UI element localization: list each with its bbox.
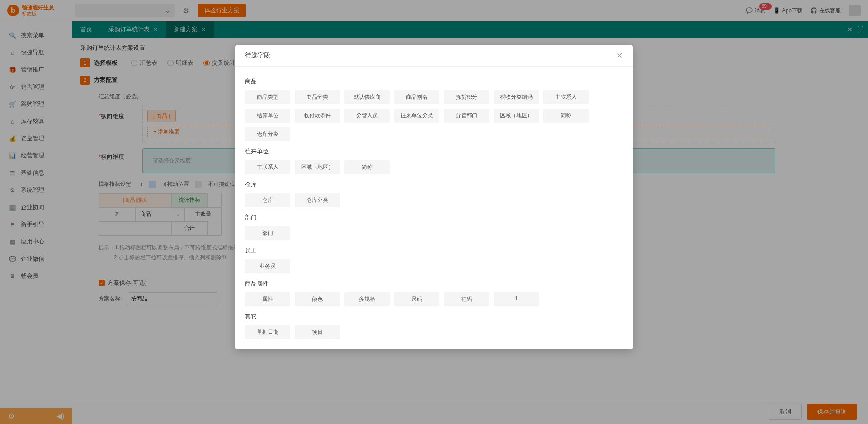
field-group-0: 商品商品类型商品分类默认供应商商品别名拣货积分税收分类编码主联系人结算单位收付款… — [245, 77, 623, 141]
field-group-2: 仓库仓库仓库分类 — [245, 181, 623, 207]
field-group-6: 其它单据日期项目 — [245, 313, 623, 339]
field-group-3: 部门部门 — [245, 214, 623, 240]
field-chip[interactable]: 商品分类 — [295, 90, 340, 104]
field-chip[interactable]: 税收分类编码 — [494, 90, 539, 104]
field-chip[interactable]: 商品类型 — [245, 90, 290, 104]
field-chip[interactable]: 区域（地区） — [494, 109, 539, 123]
close-icon[interactable]: ✕ — [616, 52, 623, 60]
field-chip[interactable]: 分管部门 — [444, 109, 489, 123]
field-chip[interactable]: 商品别名 — [394, 90, 439, 104]
field-chip[interactable]: 默认供应商 — [344, 90, 390, 104]
field-chip[interactable]: 主联系人 — [543, 90, 589, 104]
field-group-4: 员工业务员 — [245, 247, 623, 273]
field-chip[interactable]: 1 — [494, 292, 539, 306]
field-group-items: 单据日期项目 — [245, 325, 623, 339]
field-chip[interactable]: 简称 — [543, 109, 589, 123]
field-group-1: 往来单位主联系人区域（地区）简称 — [245, 148, 623, 174]
field-chip[interactable]: 仓库分类 — [295, 193, 340, 207]
field-group-title: 部门 — [245, 214, 623, 222]
field-chip[interactable]: 鞋码 — [444, 292, 489, 306]
field-group-items: 业务员 — [245, 259, 623, 273]
field-group-title: 商品属性 — [245, 280, 623, 288]
field-chip[interactable]: 颜色 — [295, 292, 340, 306]
field-chip[interactable]: 简称 — [344, 160, 390, 174]
field-chip[interactable]: 收付款条件 — [295, 109, 340, 123]
field-group-items: 部门 — [245, 226, 623, 240]
field-group-title: 其它 — [245, 313, 623, 321]
field-chip[interactable]: 项目 — [295, 325, 340, 339]
field-group-items: 主联系人区域（地区）简称 — [245, 160, 623, 174]
field-chip[interactable]: 单据日期 — [245, 325, 290, 339]
field-chip[interactable]: 拣货积分 — [444, 90, 489, 104]
field-chip[interactable]: 部门 — [245, 226, 290, 240]
field-chip[interactable]: 多规格 — [344, 292, 390, 306]
field-group-title: 仓库 — [245, 181, 623, 189]
field-chip[interactable]: 属性 — [245, 292, 290, 306]
modal-title: 待选字段 — [245, 52, 270, 60]
field-chip[interactable]: 业务员 — [245, 259, 290, 273]
field-group-title: 员工 — [245, 247, 623, 255]
field-group-items: 商品类型商品分类默认供应商商品别名拣货积分税收分类编码主联系人结算单位收付款条件… — [245, 90, 623, 141]
field-chip[interactable]: 仓库 — [245, 193, 290, 207]
field-chip[interactable]: 区域（地区） — [295, 160, 340, 174]
field-group-items: 仓库仓库分类 — [245, 193, 623, 207]
field-chip[interactable]: 分管人员 — [344, 109, 390, 123]
field-chip[interactable]: 结算单位 — [245, 109, 290, 123]
field-chip[interactable]: 主联系人 — [245, 160, 290, 174]
field-selector-modal: 待选字段 ✕ 商品商品类型商品分类默认供应商商品别名拣货积分税收分类编码主联系人… — [235, 45, 633, 349]
field-chip[interactable]: 仓库分类 — [245, 127, 290, 141]
modal-body: 商品商品类型商品分类默认供应商商品别名拣货积分税收分类编码主联系人结算单位收付款… — [235, 67, 633, 349]
field-chip[interactable]: 往来单位分类 — [394, 109, 439, 123]
field-group-5: 商品属性属性颜色多规格尺码鞋码1 — [245, 280, 623, 306]
field-chip[interactable]: 尺码 — [394, 292, 439, 306]
field-group-items: 属性颜色多规格尺码鞋码1 — [245, 292, 623, 306]
field-group-title: 商品 — [245, 77, 623, 86]
field-group-title: 往来单位 — [245, 148, 623, 156]
modal-header: 待选字段 ✕ — [235, 45, 633, 67]
